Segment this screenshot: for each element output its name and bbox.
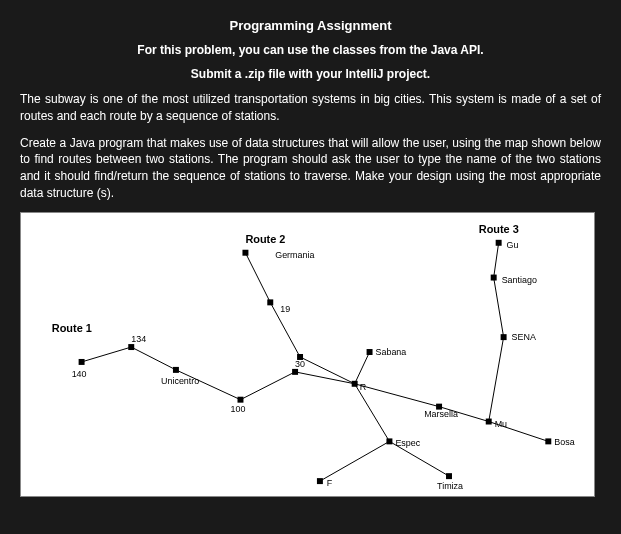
paragraph-1: The subway is one of the most utilized t…: [20, 91, 601, 125]
svg-line-6: [240, 372, 295, 400]
station-19: 19: [280, 304, 290, 314]
route2-label: Route 2: [245, 233, 285, 245]
station-marsella: Marsella: [424, 408, 458, 418]
svg-line-4: [131, 347, 176, 370]
svg-line-13: [489, 337, 504, 421]
station-100: 100: [231, 403, 246, 413]
svg-rect-36: [446, 473, 452, 479]
assignment-subtitle: For this problem, you can use the classe…: [20, 43, 601, 57]
svg-rect-21: [79, 359, 85, 365]
svg-rect-27: [367, 349, 373, 355]
route1-label: Route 1: [52, 322, 92, 334]
svg-rect-22: [128, 344, 134, 350]
assignment-subtitle2: Submit a .zip file with your IntelliJ pr…: [20, 67, 601, 81]
station-santiago: Santiago: [502, 274, 537, 284]
station-unicentro: Unicentro: [161, 376, 199, 386]
svg-rect-23: [173, 367, 179, 373]
svg-line-11: [494, 243, 499, 278]
station-germania: Germania: [275, 249, 314, 259]
station-30: 30: [295, 359, 305, 369]
svg-line-7: [295, 372, 355, 384]
svg-line-12: [494, 277, 504, 337]
svg-rect-35: [317, 478, 323, 484]
station-134: 134: [131, 334, 146, 344]
svg-rect-24: [237, 396, 243, 402]
svg-rect-25: [292, 369, 298, 375]
svg-rect-26: [352, 381, 358, 387]
station-gu: Gu: [507, 240, 519, 250]
station-sena: SENA: [512, 332, 536, 342]
subway-map: Route 1 Route 2 Route 3 Germania 19 134 …: [20, 212, 595, 497]
station-r: R: [360, 382, 367, 392]
svg-rect-33: [545, 438, 551, 444]
route3-label: Route 3: [479, 223, 519, 235]
station-mu: Mu: [495, 419, 507, 429]
svg-line-8: [355, 352, 370, 384]
map-svg: Route 1 Route 2 Route 3 Germania 19 134 …: [21, 213, 594, 496]
svg-rect-34: [386, 438, 392, 444]
station-sabana: Sabana: [376, 347, 407, 357]
assignment-title: Programming Assignment: [20, 18, 601, 33]
station-timiza: Timiza: [437, 481, 463, 491]
svg-line-15: [355, 384, 390, 442]
svg-line-3: [82, 347, 132, 362]
station-140: 140: [72, 369, 87, 379]
svg-rect-18: [242, 250, 248, 256]
svg-rect-29: [486, 418, 492, 424]
paragraph-2: Create a Java program that makes use of …: [20, 135, 601, 202]
station-espec: Espec: [395, 438, 420, 448]
station-f: F: [327, 478, 333, 488]
svg-line-16: [320, 441, 390, 481]
svg-rect-32: [501, 334, 507, 340]
svg-line-0: [245, 253, 270, 303]
station-bosa: Bosa: [554, 437, 574, 447]
svg-rect-31: [491, 274, 497, 280]
svg-line-9: [355, 384, 439, 407]
svg-line-2: [300, 357, 355, 384]
svg-rect-19: [267, 299, 273, 305]
svg-rect-30: [496, 240, 502, 246]
